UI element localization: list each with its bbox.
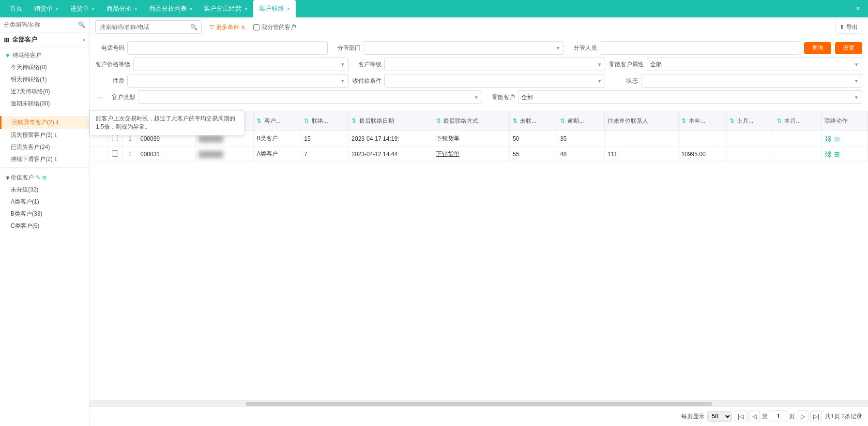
row2-last-month <box>726 147 774 162</box>
sort-contact-icon[interactable]: ⇅ <box>304 118 309 124</box>
sidebar-7day-pending[interactable]: 近7天待联络(0) <box>0 86 89 98</box>
nav-customer-segmentation[interactable]: 客户分层经营 × <box>198 0 253 17</box>
sidebar-class-a[interactable]: A类客户(1) <box>0 196 89 208</box>
sidebar-repurchase-abnormal[interactable]: 回购异常客户(2) ℹ <box>0 116 89 129</box>
filter-payment: 收付款条件 ▼ <box>352 74 606 88</box>
sidebar-value-header[interactable]: ▼ 价值客户 ✎ ⊞ <box>0 172 89 184</box>
nav-home[interactable]: 首页 <box>4 0 28 17</box>
row1-not-contacted: 50 <box>509 131 557 147</box>
sidebar-pending-title[interactable]: ▼ 待联络客户 <box>0 49 89 61</box>
nav-product-analysis-list-close[interactable]: × <box>190 6 193 12</box>
phone-input[interactable] <box>127 41 328 55</box>
row2-select[interactable] <box>112 150 118 157</box>
sort-thisyear-icon[interactable]: ⇅ <box>682 118 686 124</box>
filter-more-dots[interactable]: ··· <box>95 94 102 101</box>
first-page-btn[interactable]: |◁ <box>735 411 746 422</box>
sort-thismonth-icon[interactable]: ⇅ <box>777 118 782 124</box>
sidebar-class-c[interactable]: C类客户(6) <box>0 220 89 232</box>
sort-lastmonth-icon[interactable]: ⇅ <box>730 118 734 124</box>
sidebar-lost-risk[interactable]: 流失预警客户(3) ℹ <box>0 129 89 141</box>
sidebar-unclassified[interactable]: 未分组(32) <box>0 184 89 196</box>
row2-name: ██████ <box>196 147 254 162</box>
next-page-btn[interactable]: ▷ <box>797 411 808 422</box>
customer-grade-select[interactable]: ▼ <box>384 58 606 71</box>
sidebar-class-b[interactable]: B类客户(33) <box>0 208 89 220</box>
nav-purchase-close[interactable]: × <box>92 6 95 12</box>
status-select[interactable]: ▼ <box>641 74 862 88</box>
sort-date-icon[interactable]: ⇅ <box>351 118 356 124</box>
price-grade-select[interactable]: ▼ <box>133 58 349 71</box>
sidebar-search-input[interactable] <box>4 21 78 28</box>
search-icon[interactable]: 🔍 <box>190 24 198 30</box>
status-label: 状态 <box>609 77 638 85</box>
manager-select[interactable]: ··· <box>600 41 800 55</box>
nav-customer-contact[interactable]: 客户联络 × <box>253 0 296 17</box>
sort-overdue-icon[interactable]: ⇅ <box>560 118 565 124</box>
row1-grid-icon[interactable]: ⊞ <box>834 135 840 143</box>
sidebar-all-customers[interactable]: ⊞ 全部客户 « <box>0 32 89 47</box>
settings-button[interactable]: 设置 <box>835 42 862 54</box>
lost-risk-info-icon[interactable]: ℹ <box>55 132 57 138</box>
nav-sales-close[interactable]: × <box>56 6 59 12</box>
dept-select[interactable]: ▼ <box>364 41 564 55</box>
last-page-btn[interactable]: ▷| <box>810 411 822 422</box>
per-page-select[interactable]: 50 100 200 <box>707 411 732 422</box>
gender-select[interactable]: ▼ <box>127 74 349 88</box>
scrollbar-thumb[interactable] <box>245 402 713 406</box>
value-info-icon[interactable]: ⊞ <box>42 175 46 181</box>
sort-type-icon[interactable]: ⇅ <box>257 118 261 124</box>
filter-btn[interactable]: ▽ 更多条件 ∧ <box>206 21 249 33</box>
row2-contact: 7 <box>301 147 349 162</box>
search-input[interactable] <box>100 24 188 30</box>
retail-attribute-select[interactable]: 全部 ▼ <box>647 58 862 71</box>
row2-last-date: 2023-04-12 14:44: <box>349 147 433 162</box>
my-customer-filter: 我分管的客户 <box>253 23 296 31</box>
row2-action-icons: ⛓ ⊞ <box>824 150 865 158</box>
page-input[interactable] <box>770 411 787 422</box>
info-icon[interactable]: ℹ <box>56 119 58 126</box>
row1-link-icon[interactable]: ⛓ <box>824 135 831 143</box>
payment-select[interactable]: ▼ <box>384 74 606 88</box>
sidebar: 🔍 ⊞ 全部客户 « ▼ 待联络客户 今天待联络(0) 明天待联络(1) 近7天… <box>0 17 90 426</box>
sidebar-already-lost[interactable]: 已流失客户(24) <box>0 141 89 153</box>
sidebar-declining[interactable]: 持续下滑客户(2) ℹ <box>0 153 89 165</box>
toolbar: 🔍 ▽ 更多条件 ∧ 我分管的客户 ⬆ 导出 <box>90 17 868 37</box>
filter-retail-customer: 零散客户 全部 ▼ <box>486 90 862 104</box>
nav-product-analysis-list[interactable]: 商品分析列表 × <box>143 0 198 17</box>
filter-row-3: 性质 ▼ 收付款条件 ▼ 状态 <box>95 74 862 88</box>
manager-dots[interactable]: ··· <box>793 45 797 51</box>
row1-select[interactable] <box>112 135 118 141</box>
nav-customer-contact-close[interactable]: × <box>287 6 290 12</box>
nav-purchase[interactable]: 进货单 × <box>64 0 101 17</box>
row2-link-icon[interactable]: ⛓ <box>824 150 831 158</box>
sidebar-search-icon[interactable]: 🔍 <box>78 21 85 28</box>
retail-customer-select[interactable]: 全部 ▼ <box>518 90 862 104</box>
sort-notcontact-icon[interactable]: ⇅ <box>513 118 518 124</box>
customer-type-arrow-icon: ▼ <box>474 95 479 100</box>
sidebar-today-pending[interactable]: 今天待联络(0) <box>0 61 89 73</box>
horizontal-scrollbar[interactable] <box>90 400 868 406</box>
edit-icon[interactable]: ✎ <box>36 175 40 181</box>
th-not-contacted: ⇅ 未联... <box>509 111 557 131</box>
sidebar-overdue-pending[interactable]: 逾期未联络(30) <box>0 98 89 110</box>
customer-type-select[interactable]: ▼ <box>138 90 482 104</box>
nav-sales[interactable]: 销货单 × <box>28 0 64 17</box>
prev-page-btn[interactable]: ◁ <box>748 411 760 422</box>
row2-grid-icon[interactable]: ⊞ <box>834 150 840 158</box>
sidebar-value-group: ▼ 价值客户 ✎ ⊞ 未分组(32) A类客户(1) B类客户(33) C类客户… <box>0 170 89 234</box>
declining-info-icon[interactable]: ℹ <box>55 156 57 162</box>
export-btn[interactable]: ⬆ 导出 <box>835 21 862 34</box>
nav-product-analysis-close[interactable]: × <box>135 6 137 12</box>
sort-method-icon[interactable]: ⇅ <box>436 118 441 124</box>
th-action: 联络动作 <box>821 111 868 131</box>
row2-num: 2 <box>123 147 137 162</box>
query-button[interactable]: 查询 <box>804 42 831 54</box>
nav-customer-segmentation-close[interactable]: × <box>244 6 247 12</box>
nav-product-analysis[interactable]: 商品分析 × <box>101 0 143 17</box>
sidebar-tomorrow-pending[interactable]: 明天待联络(1) <box>0 73 89 86</box>
th-contact: ⇅ 联络... <box>301 111 349 131</box>
nav-close-all[interactable]: × <box>852 4 864 13</box>
gender-arrow-icon: ▼ <box>340 78 345 84</box>
sidebar-collapse-icon[interactable]: « <box>82 37 85 43</box>
my-customer-checkbox[interactable] <box>253 24 259 30</box>
